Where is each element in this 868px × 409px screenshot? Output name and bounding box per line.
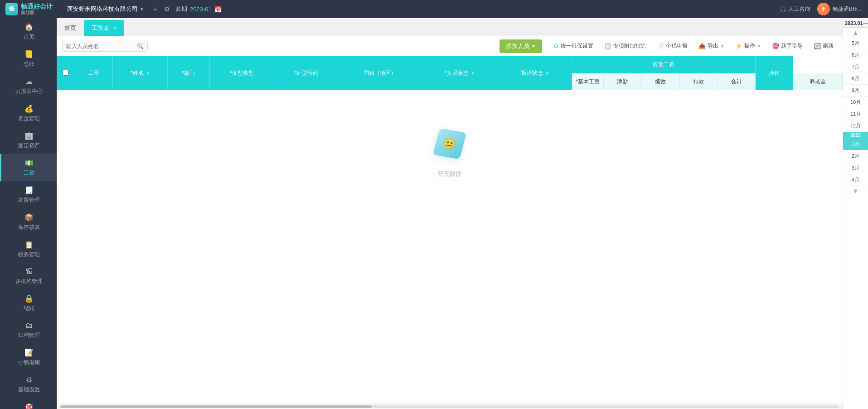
- home-icon: 🏠: [24, 23, 34, 31]
- top-bar-right: 🎧 人工咨询 用 畅捷通B组...: [780, 3, 863, 15]
- sidebar-item-closing[interactable]: 🔒 结账: [0, 290, 57, 317]
- sidebar-item-multi-org[interactable]: 🏗 多机构管理: [0, 263, 57, 290]
- sidebar-item-inventory[interactable]: 📦 库存核算: [0, 209, 57, 236]
- month-5[interactable]: 5月: [843, 38, 868, 49]
- service-btn[interactable]: 🎧 人工咨询: [780, 5, 810, 13]
- right-panel-up-nav: ▲: [843, 28, 868, 38]
- sep1: [546, 42, 546, 51]
- fund-icon: 💰: [24, 104, 34, 113]
- settings-icon[interactable]: ⚙: [162, 4, 172, 15]
- export-label: 导出: [708, 42, 718, 50]
- toolbar: 🔍 添加人员 ▼ ⚙ 统一社保设置 📋 专项附加扣除 📄 个税申报 📤: [57, 36, 843, 56]
- month-1-2023[interactable]: 1月: [843, 139, 868, 151]
- new-guide-label: 新手引导: [781, 42, 803, 50]
- sidebar-item-invoice[interactable]: 🧾 发票管理: [0, 181, 57, 209]
- sidebar-item-fixed-assets[interactable]: 🏢 固定资产: [0, 127, 57, 154]
- month-8[interactable]: 8月: [843, 73, 868, 85]
- tax-icon: 📋: [24, 240, 34, 249]
- th-allowance: 津贴: [604, 73, 642, 91]
- down-nav-icon[interactable]: ▼: [853, 187, 859, 195]
- right-panel: 2023.01 — ⛶ ▲ 5月 6月 7月 8月 9月 10月 11月 12月…: [843, 18, 868, 409]
- select-all-checkbox[interactable]: [63, 70, 68, 76]
- tab-close-icon[interactable]: ×: [114, 25, 116, 31]
- export-action[interactable]: 📤 导出 ▼: [695, 40, 728, 52]
- add-person-button[interactable]: 添加人员 ▼: [499, 39, 542, 53]
- name-sort-icon: ⇅: [146, 71, 150, 76]
- sidebar-item-settings[interactable]: ⚙ 基础设置: [0, 371, 57, 398]
- refresh-label: 刷新: [823, 42, 834, 50]
- tab-salary-table[interactable]: 工资表 ×: [84, 20, 124, 36]
- refresh-icon: 🔄: [814, 43, 821, 49]
- archive-icon: 🗂: [25, 321, 33, 330]
- personal-tax-action[interactable]: 📄 个税申报: [653, 40, 691, 52]
- special-deduction-action[interactable]: 📋 专项附加扣除: [601, 40, 650, 52]
- sidebar-label-cloud-report: 云报表中心: [15, 88, 43, 95]
- sidebar-item-ledger[interactable]: 📒 总账: [0, 45, 57, 73]
- month-9[interactable]: 9月: [843, 85, 868, 97]
- right-panel-down-nav: ▼: [843, 186, 868, 196]
- calendar-icon[interactable]: 📅: [214, 6, 222, 13]
- th-base-salary: *基本工资: [572, 73, 604, 91]
- user-info[interactable]: 用 畅捷通B组...: [817, 3, 863, 15]
- sidebar-item-tax[interactable]: 📋 税务管理: [0, 236, 57, 263]
- sidebar: 🏠 首页 📒 总账 ☁ 云报表中心 💰 资金管理 🏢 固定资产 💵 工资 🧾 发…: [0, 18, 57, 409]
- month-10[interactable]: 10月: [843, 97, 868, 108]
- horizontal-scrollbar[interactable]: [57, 404, 843, 409]
- empty-illustration: 😐: [432, 128, 466, 160]
- month-2-2023[interactable]: 2月: [843, 151, 868, 162]
- operation-chevron-icon: ▼: [757, 44, 761, 49]
- year-2023-label: 2023: [843, 132, 868, 139]
- sidebar-item-archive[interactable]: 🗂 归档管理: [0, 317, 57, 344]
- sidebar-label-inventory: 库存核算: [18, 224, 40, 231]
- search-input[interactable]: [66, 43, 134, 49]
- th-name[interactable]: *姓名 ⇅: [113, 56, 168, 90]
- tab-home[interactable]: 首页: [57, 20, 84, 36]
- company-name: 西安虾米网络科技有限公司: [67, 5, 138, 13]
- sidebar-item-cloud-report[interactable]: ☁ 云报表中心: [0, 73, 57, 100]
- refresh-action[interactable]: 🔄 刷新: [810, 40, 837, 52]
- th-id-number: *证型号码: [274, 56, 339, 90]
- add-company-icon[interactable]: +: [151, 4, 159, 15]
- sidebar-item-expense[interactable]: 📝 小畅报销: [0, 344, 57, 371]
- company-selector[interactable]: 西安虾米网络科技有限公司 ▼: [67, 5, 144, 13]
- social-security-action[interactable]: ⚙ 统一社保设置: [550, 40, 597, 52]
- th-id-type: *证型类型: [209, 56, 274, 90]
- scrollbar-thumb[interactable]: [60, 405, 372, 408]
- th-report-status[interactable]: 报送状态 ▼: [499, 56, 572, 90]
- th-status[interactable]: *人员状态 ▼: [421, 56, 499, 90]
- operation-label: 操作: [744, 42, 755, 50]
- sidebar-item-home[interactable]: 🏠 首页: [0, 18, 57, 45]
- report-filter-icon[interactable]: ▼: [545, 71, 549, 76]
- new-guide-action[interactable]: 🎯 新手引导: [768, 40, 806, 52]
- main-layout: 🏠 首页 📒 总账 ☁ 云报表中心 💰 资金管理 🏢 固定资产 💵 工资 🧾 发…: [0, 18, 868, 409]
- sidebar-label-tax: 税务管理: [18, 251, 40, 258]
- status-filter-icon[interactable]: ▼: [471, 71, 475, 76]
- top-bar-actions: + ⚙: [151, 4, 172, 15]
- company-chevron-icon: ▼: [140, 7, 144, 12]
- sidebar-label-fixed-assets: 固定资产: [18, 142, 40, 150]
- th-name-label: *姓名: [131, 70, 144, 76]
- empty-row: 😐 暂无数据: [57, 90, 843, 214]
- month-6[interactable]: 6月: [843, 49, 868, 61]
- sidebar-label-closing: 结账: [24, 305, 34, 312]
- logo-text-wrap: 畅通好会计 旗舰版: [21, 3, 53, 16]
- operation-action[interactable]: ⚡ 操作 ▼: [732, 40, 765, 52]
- month-12[interactable]: 12月: [843, 120, 868, 132]
- month-7[interactable]: 7月: [843, 61, 868, 73]
- sidebar-item-salary[interactable]: 💵 工资: [0, 154, 57, 181]
- th-payroll-group: 应发工资: [572, 56, 756, 73]
- th-checkbox[interactable]: [57, 56, 75, 90]
- month-11[interactable]: 11月: [843, 108, 868, 120]
- headset-icon: 🎧: [780, 6, 786, 12]
- sidebar-item-fund[interactable]: 💰 资金管理: [0, 100, 57, 127]
- logo-icon: 畅: [5, 3, 18, 15]
- period-value[interactable]: 2023-01: [190, 6, 212, 13]
- minimize-icon[interactable]: —: [863, 20, 868, 26]
- avatar: 用: [817, 3, 830, 15]
- sidebar-item-guide[interactable]: 🎯 新手引导: [0, 398, 57, 409]
- month-3-2023[interactable]: 3月: [843, 162, 868, 174]
- month-4-2023[interactable]: 4月: [843, 174, 868, 186]
- sidebar-label-expense: 小畅报销: [18, 359, 40, 366]
- up-nav-icon[interactable]: ▲: [853, 29, 859, 36]
- closing-icon: 🔒: [24, 294, 34, 303]
